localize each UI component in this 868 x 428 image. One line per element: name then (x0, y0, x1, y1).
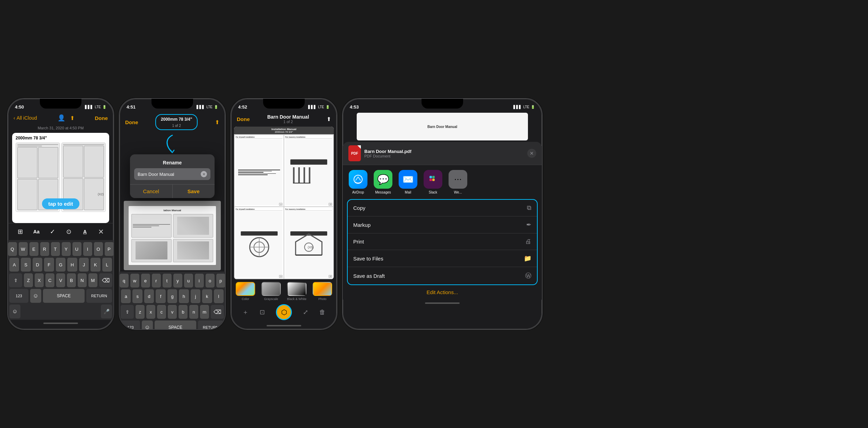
rename-input-field[interactable]: Barn Door Manual ✕ (134, 168, 210, 180)
share-icon[interactable]: ⬆ (70, 115, 75, 121)
rename-cancel-button[interactable]: Cancel (130, 185, 173, 198)
key-li[interactable]: i (195, 274, 204, 288)
key-g[interactable]: G (56, 258, 66, 272)
key-lk[interactable]: k (202, 289, 212, 303)
filter-photo-thumb[interactable] (313, 282, 332, 296)
key-lp[interactable]: p (216, 274, 225, 288)
key-t[interactable]: T (51, 242, 60, 256)
phone1-done-button[interactable]: Done (95, 115, 108, 121)
share-app-messages[interactable]: 💬 Messages (373, 170, 393, 194)
key-le[interactable]: e (141, 274, 150, 288)
phone3-done-button[interactable]: Done (237, 116, 250, 122)
key-space[interactable]: space (43, 289, 85, 303)
key-i[interactable]: I (83, 242, 92, 256)
key-b[interactable]: B (67, 273, 76, 287)
key-lj[interactable]: j (191, 289, 200, 303)
filter-bw[interactable]: Black & White (287, 282, 306, 301)
key-lr[interactable]: r (152, 274, 161, 288)
key-lg[interactable]: g (167, 289, 177, 303)
share-action-save-draft[interactable]: Save as Draft Ⓦ (348, 267, 537, 284)
key-emoji-bottom[interactable]: ☺ (9, 305, 20, 318)
key-space-2[interactable]: space (155, 320, 196, 330)
share-icon-2[interactable]: ⬆ (215, 119, 219, 126)
filter-color-thumb[interactable] (236, 282, 255, 296)
edit-actions-button[interactable]: Edit Actions... (343, 285, 542, 300)
check-icon[interactable]: ✓ (47, 226, 58, 237)
filter-color[interactable]: Color (236, 282, 255, 301)
key-f[interactable]: F (44, 258, 54, 272)
key-ly[interactable]: y (173, 274, 182, 288)
filter-grayscale[interactable]: Grayscale (261, 282, 281, 301)
share-app-mail[interactable]: ✉️ Mail (398, 170, 418, 194)
key-q[interactable]: Q (8, 242, 17, 256)
share-action-markup[interactable]: Markup ✒ (348, 216, 537, 233)
key-delete-2[interactable]: ⌫ (211, 305, 224, 319)
person-icon[interactable]: 👤 (58, 114, 65, 122)
key-x[interactable]: X (35, 273, 44, 287)
share-action-copy[interactable]: Copy ⧉ (348, 200, 537, 216)
key-v[interactable]: V (56, 273, 65, 287)
share-icon-3[interactable]: ⬆ (327, 116, 331, 122)
key-lv[interactable]: v (168, 305, 177, 319)
rename-save-button[interactable]: Save (173, 185, 215, 198)
close-keyboard-icon[interactable]: ✕ (96, 226, 107, 237)
key-lq[interactable]: q (120, 274, 129, 288)
key-d[interactable]: D (33, 258, 42, 272)
key-emoji-2[interactable]: ☺ (142, 320, 153, 330)
tap-to-edit-badge[interactable]: tap to edit (42, 198, 79, 209)
camera-icon[interactable]: ⊙ (63, 226, 74, 237)
key-e[interactable]: E (29, 242, 38, 256)
key-s[interactable]: S (21, 258, 31, 272)
share-app-more[interactable]: ⋯ We... (448, 170, 468, 194)
key-lc[interactable]: c (157, 305, 166, 319)
key-l[interactable]: L (102, 258, 112, 272)
key-ll[interactable]: l (214, 289, 224, 303)
share-close-button[interactable]: ✕ (527, 149, 536, 158)
share-app-slack[interactable]: Slack (423, 170, 443, 194)
key-return-2[interactable]: return (198, 320, 224, 330)
key-w[interactable]: W (19, 242, 28, 256)
key-m[interactable]: M (88, 273, 97, 287)
key-n[interactable]: N (78, 273, 87, 287)
key-return[interactable]: return (86, 289, 112, 303)
filter-photo[interactable]: Photo (313, 282, 332, 301)
share-action-print[interactable]: Print 🖨 (348, 233, 537, 250)
key-lx[interactable]: x (146, 305, 155, 319)
key-mic[interactable]: 🎤 (101, 305, 112, 318)
add-icon[interactable]: ＋ (242, 308, 249, 316)
key-j[interactable]: J (79, 258, 89, 272)
share-action-save-files[interactable]: Save to Files 📁 (348, 250, 537, 267)
key-ls[interactable]: s (132, 289, 142, 303)
key-emoji[interactable]: ☺ (30, 289, 41, 303)
key-lt[interactable]: t (163, 274, 172, 288)
share-app-airdrop[interactable]: AirDrop (348, 170, 368, 194)
expand-icon[interactable]: ⤢ (303, 308, 308, 316)
key-lb[interactable]: b (179, 305, 188, 319)
key-a[interactable]: A (9, 258, 19, 272)
filter-active-button[interactable]: ⬡ (276, 304, 292, 320)
key-u[interactable]: U (72, 242, 81, 256)
key-123-2[interactable]: 123 (121, 320, 140, 330)
key-r[interactable]: R (40, 242, 49, 256)
key-shift[interactable]: ⇧ (9, 273, 22, 287)
key-ln[interactable]: n (189, 305, 198, 319)
key-lf[interactable]: f (156, 289, 165, 303)
table-icon[interactable]: ⊞ (15, 226, 26, 237)
phone2-done-button[interactable]: Done (125, 119, 138, 125)
markup-icon[interactable]: A (79, 226, 90, 237)
key-la[interactable]: a (121, 289, 131, 303)
crop-icon[interactable]: ⊡ (260, 308, 265, 316)
key-k[interactable]: K (90, 258, 100, 272)
key-lh[interactable]: h (179, 289, 189, 303)
delete-icon[interactable]: 🗑 (319, 309, 326, 316)
filter-grayscale-thumb[interactable] (261, 282, 281, 296)
key-123[interactable]: 123 (9, 289, 28, 303)
key-ld[interactable]: d (144, 289, 154, 303)
key-lm[interactable]: m (200, 305, 209, 319)
key-lo[interactable]: o (206, 274, 215, 288)
key-o[interactable]: O (94, 242, 103, 256)
key-c[interactable]: C (45, 273, 54, 287)
filter-bw-thumb[interactable] (287, 282, 306, 296)
font-icon[interactable]: Aa (31, 226, 42, 237)
key-h[interactable]: H (67, 258, 77, 272)
